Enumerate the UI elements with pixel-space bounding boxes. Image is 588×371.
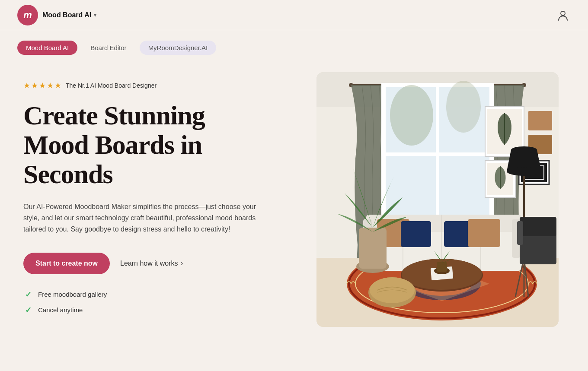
main-content: ★ ★ ★ ★ ★ The Nr.1 AI Mood Board Designe… [0, 55, 588, 344]
hero-title-line3: Seconds [23, 159, 113, 189]
svg-point-59 [370, 277, 415, 303]
svg-rect-48 [437, 262, 447, 272]
features-list: ✓ Free moodboard gallery ✓ Cancel anytim… [23, 290, 287, 315]
feature-item-gallery: ✓ Free moodboard gallery [23, 290, 287, 299]
star-rating: ★ ★ ★ ★ ★ [23, 81, 61, 90]
hero-description: Our AI-Powered Moodboard Maker simplifie… [23, 201, 257, 235]
svg-point-0 [561, 11, 565, 16]
feature-cancel-text: Cancel anytime [38, 306, 83, 314]
check-icon-gallery: ✓ [23, 290, 33, 299]
svg-point-11 [390, 85, 433, 146]
svg-rect-39 [401, 221, 431, 247]
svg-rect-55 [520, 232, 556, 264]
svg-rect-56 [520, 217, 556, 236]
svg-rect-57 [517, 221, 523, 245]
check-icon-cancel: ✓ [23, 305, 33, 315]
logo-letter: m [23, 10, 32, 21]
hero-title-line2: Mood Boards in [23, 130, 202, 159]
header-left: m Mood Board AI ▾ [17, 5, 96, 25]
learn-link-text: Learn how it works [120, 260, 178, 267]
tab-mood-board-ai[interactable]: Mood Board AI [17, 41, 77, 55]
rating-text: The Nr.1 AI Mood Board Designer [66, 82, 157, 89]
right-panel [304, 72, 571, 327]
user-account-button[interactable] [555, 7, 571, 23]
learn-how-link[interactable]: Learn how it works › [120, 259, 183, 268]
svg-point-54 [507, 167, 541, 176]
cta-row: Start to create now Learn how it works › [23, 253, 287, 274]
svg-rect-41 [468, 219, 500, 247]
left-panel: ★ ★ ★ ★ ★ The Nr.1 AI Mood Board Designe… [23, 72, 287, 315]
brand-nav[interactable]: Mood Board AI ▾ [42, 11, 96, 19]
star-1: ★ [23, 81, 30, 90]
star-5: ★ [54, 81, 61, 90]
svg-rect-16 [528, 111, 552, 130]
start-create-button[interactable]: Start to create now [23, 253, 110, 274]
brand-name: Mood Board AI [42, 11, 91, 19]
feature-item-cancel: ✓ Cancel anytime [23, 305, 287, 315]
rating-row: ★ ★ ★ ★ ★ The Nr.1 AI Mood Board Designe… [23, 81, 287, 90]
star-2: ★ [31, 81, 38, 90]
svg-rect-46 [359, 228, 387, 269]
chevron-down-icon: ▾ [94, 12, 96, 18]
star-3: ★ [39, 81, 46, 90]
arrow-right-icon: › [180, 259, 183, 268]
tabs-container: Mood Board AI Board Editor MyRoomDesigne… [0, 30, 588, 55]
tab-board-editor[interactable]: Board Editor [82, 41, 135, 55]
hero-title: Create Stunning Mood Boards in Seconds [23, 101, 287, 189]
star-4: ★ [47, 81, 54, 90]
header: m Mood Board AI ▾ [0, 0, 588, 30]
hero-title-line1: Create Stunning [23, 101, 205, 130]
feature-gallery-text: Free moodboard gallery [38, 291, 107, 298]
svg-point-12 [446, 81, 481, 133]
room-image [316, 72, 559, 327]
tab-my-room-designer[interactable]: MyRoomDesigner.AI [140, 41, 217, 55]
logo[interactable]: m [17, 5, 38, 25]
svg-point-53 [511, 146, 537, 153]
